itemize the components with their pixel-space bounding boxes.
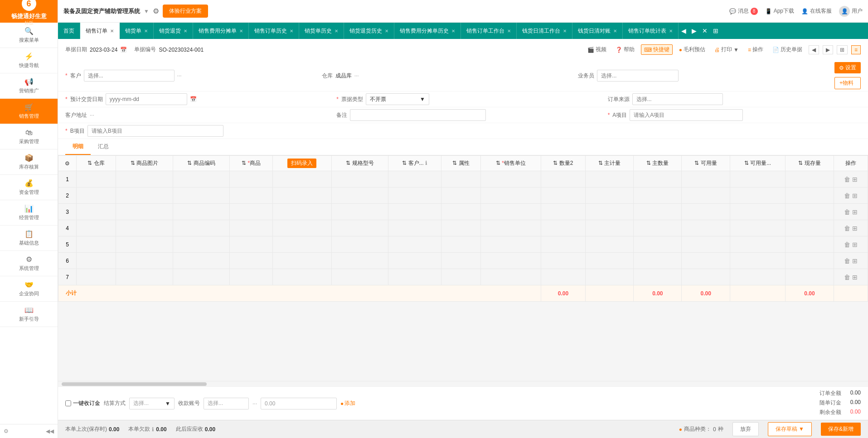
account-select[interactable]: 选择... — [204, 398, 249, 409]
sort-icon13[interactable]: ⇅ — [744, 160, 749, 166]
add-payment-button[interactable]: ● 添加 — [340, 399, 355, 407]
user-button[interactable]: 👤 用户 — [839, 6, 863, 17]
save-draft-dropdown[interactable]: ▼ — [799, 426, 804, 432]
b-project-input[interactable] — [87, 125, 223, 137]
tab-detail[interactable]: 明细 — [65, 139, 91, 155]
copy-row-5[interactable]: ⊞ — [852, 241, 858, 248]
view-button[interactable]: 🎬 视频 — [585, 45, 609, 54]
copy-row-7[interactable]: ⊞ — [852, 274, 858, 281]
delete-row-4[interactable]: 🗑 — [844, 225, 850, 232]
sidebar-item-search[interactable]: 🔍 搜索菜单 — [0, 23, 58, 48]
sort-icon12[interactable]: ⇅ — [694, 160, 699, 166]
order-source-input[interactable] — [632, 93, 723, 105]
tab-next-button[interactable]: ▶ — [689, 27, 699, 34]
sort-icon14[interactable]: ⇅ — [798, 160, 803, 166]
sidebar-item-operations[interactable]: 📊 经营管理 — [0, 200, 58, 226]
horizontal-scrollbar[interactable] — [58, 381, 868, 386]
row-code-2[interactable] — [173, 188, 230, 204]
tab-daily-clear-close[interactable]: ✕ — [563, 29, 567, 34]
sort-icon11[interactable]: ⇅ — [646, 160, 651, 166]
row-available-1[interactable] — [682, 171, 730, 188]
row-main-unit-1[interactable] — [585, 171, 633, 188]
tab-fee-history-close[interactable]: ✕ — [451, 29, 455, 34]
row-scan-2[interactable] — [272, 188, 331, 204]
tab-close-all-button[interactable]: ✕ — [699, 27, 710, 34]
tab-sales-goods-close[interactable]: ✕ — [144, 29, 148, 34]
sort-icon2[interactable]: ⇅ — [131, 160, 135, 166]
print-button[interactable]: 🖨 打印 ▼ — [712, 45, 742, 54]
tab-home[interactable]: 首页 — [58, 23, 80, 39]
tab-sales-history-close[interactable]: ✕ — [290, 29, 293, 34]
row-unit-1[interactable] — [480, 171, 541, 188]
sidebar-item-basic[interactable]: 📋 基础信息 — [0, 226, 58, 251]
list-view-icon[interactable]: ≡ — [851, 45, 861, 54]
collapse-icon[interactable]: ◀◀ — [46, 428, 54, 434]
nav-right-icon[interactable]: ▶ — [823, 45, 833, 54]
discard-button[interactable]: 放弃 — [732, 422, 759, 436]
delivery-date-input[interactable] — [106, 93, 187, 105]
row-main-qty-2[interactable] — [634, 188, 682, 204]
settings-gear-icon[interactable]: ⚙ — [4, 428, 9, 434]
invoice-select[interactable]: 不开票 ▼ — [366, 93, 429, 105]
tab-sales-order-close[interactable]: ✕ — [110, 29, 114, 34]
sort-icon6[interactable]: ⇅ — [402, 160, 407, 166]
row-image-1[interactable] — [116, 171, 173, 188]
sort-icon9[interactable]: ⇅ — [553, 160, 558, 166]
delete-row-5[interactable]: 🗑 — [844, 241, 850, 248]
tab-sales-history[interactable]: 销售订单历史 ✕ — [249, 23, 299, 39]
tab-summary[interactable]: 汇总 — [91, 139, 116, 155]
warehouse-dots[interactable]: ··· — [354, 72, 359, 79]
sidebar-item-system[interactable]: ⚙ 系统管理 — [0, 251, 58, 276]
date-picker-icon[interactable]: 📅 — [190, 96, 197, 102]
row-attribute-2[interactable] — [441, 188, 480, 204]
online-service-button[interactable]: 👤 在线客服 — [801, 7, 832, 15]
sort-icon3[interactable]: ⇅ — [187, 160, 192, 166]
one-click-checkbox[interactable]: 一键收订金 — [65, 399, 100, 407]
row-image-2[interactable] — [116, 188, 173, 204]
solution-button[interactable]: 体验行业方案 — [163, 5, 208, 18]
row-spec-2[interactable] — [331, 188, 388, 204]
row-stock-2[interactable] — [786, 188, 834, 204]
sidebar-item-purchase[interactable]: 🛍 采购管理 — [0, 124, 58, 149]
scan-button[interactable]: 扫码录入 — [287, 159, 316, 168]
message-button[interactable]: 💬 消息 8 — [729, 7, 758, 15]
tab-sales-return-close[interactable]: ✕ — [184, 29, 187, 34]
sort-icon8[interactable]: ⇅ — [496, 160, 500, 166]
tab-fee-history[interactable]: 销售费用分摊单历史 ✕ — [394, 23, 461, 39]
settings-icon[interactable]: ⚙ — [153, 7, 159, 15]
customer-dots[interactable]: ··· — [177, 72, 182, 79]
col-settings-header[interactable]: ⚙ — [58, 156, 77, 171]
row-stock-1[interactable] — [786, 171, 834, 188]
sidebar-item-guide[interactable]: 📖 新手引导 — [0, 302, 58, 327]
row-spec-1[interactable] — [331, 171, 388, 188]
tab-sales-goods[interactable]: 销货单 ✕ — [120, 23, 154, 39]
one-click-checkbox-input[interactable] — [65, 400, 71, 406]
print-dropdown-icon[interactable]: ▼ — [733, 47, 739, 53]
tab-expand-button[interactable]: ⊞ — [710, 27, 721, 34]
delete-row-1[interactable]: 🗑 — [844, 176, 850, 183]
row-attribute-1[interactable] — [441, 171, 480, 188]
row-customer-code-1[interactable] — [388, 171, 441, 188]
delete-row-6[interactable]: 🗑 — [844, 257, 850, 265]
delete-row-2[interactable]: 🗑 — [844, 192, 850, 199]
payment-method-select[interactable]: 选择... ▼ — [129, 398, 175, 409]
row-warehouse-1[interactable] — [77, 171, 116, 188]
customer-input[interactable] — [84, 70, 175, 82]
tab-daily-clear[interactable]: 钱货日清工作台 ✕ — [517, 23, 572, 39]
tab-return-history-close[interactable]: ✕ — [385, 29, 388, 34]
save-draft-button[interactable]: 保存草稿 ▼ — [768, 422, 812, 436]
row-qty2-2[interactable] — [541, 188, 585, 204]
help-button[interactable]: ❓ 帮助 — [613, 45, 637, 54]
add-column-button[interactable]: +物料 — [834, 77, 861, 89]
row-customer-code-2[interactable] — [388, 188, 441, 204]
tab-workbench[interactable]: 销售订单工作台 ✕ — [461, 23, 517, 39]
calendar-icon[interactable]: 📅 — [120, 47, 127, 53]
tab-workbench-close[interactable]: ✕ — [507, 29, 511, 34]
tab-statistics[interactable]: 销售订单统计表 ✕ — [623, 23, 679, 39]
row-main-unit-2[interactable] — [585, 188, 633, 204]
shortcuts-button[interactable]: ⌨ 快捷键 — [641, 44, 673, 55]
account-dots[interactable]: ··· — [252, 400, 257, 407]
sidebar-item-marketing[interactable]: 📢 营销推广 — [0, 73, 58, 99]
sidebar-item-cooperation[interactable]: 🤝 企业协同 — [0, 276, 58, 302]
row-qty2-1[interactable] — [541, 171, 585, 188]
